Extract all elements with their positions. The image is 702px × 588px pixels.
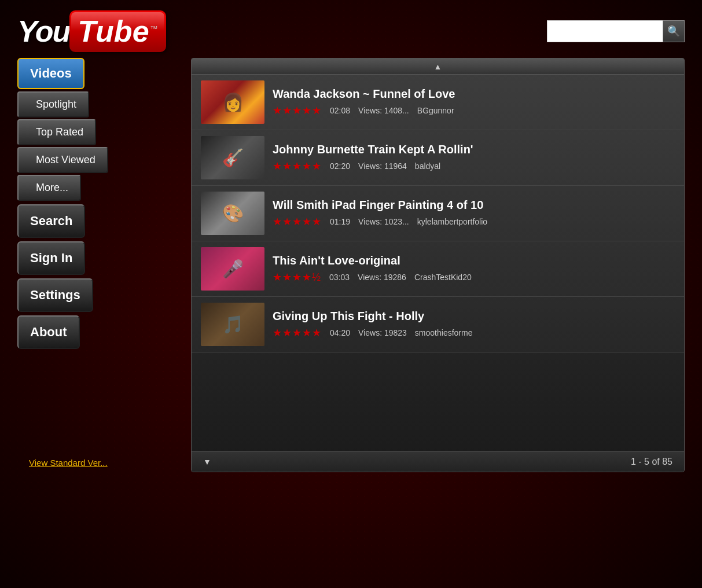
video-stars-2: ★★★★★ <box>273 160 322 172</box>
video-meta-4: ★★★★½ 03:03 Views: 19286 CrashTestKid20 <box>273 271 675 284</box>
video-meta-1: ★★★★★ 02:08 Views: 1408... BGgunnor <box>273 104 675 117</box>
video-views-1: Views: 1408... <box>358 106 409 115</box>
video-title-1: Wanda Jackson ~ Funnel of Love <box>273 87 675 101</box>
video-item-2[interactable]: 🎸 Johnny Burnette Train Kept A Rollin' ★… <box>192 130 684 186</box>
video-info-4: This Ain't Love-original ★★★★½ 03:03 Vie… <box>273 254 675 284</box>
video-item-3[interactable]: 🎨 Will Smith iPad Finger Painting 4 of 1… <box>192 186 684 241</box>
video-stars-4: ★★★★½ <box>273 271 321 284</box>
sidebar-item-about[interactable]: About <box>17 315 80 349</box>
video-title-3: Will Smith iPad Finger Painting 4 of 10 <box>273 199 675 212</box>
video-stars-5: ★★★★★ <box>273 326 322 339</box>
scroll-up-button[interactable]: ▲ <box>192 58 684 75</box>
sidebar-item-videos[interactable]: Videos <box>17 58 84 89</box>
video-info-3: Will Smith iPad Finger Painting 4 of 10 … <box>273 199 675 228</box>
video-item-5[interactable]: 🎵 Giving Up This Fight - Holly ★★★★★ 04:… <box>192 297 684 352</box>
video-duration-4: 03:03 <box>329 273 350 282</box>
view-standard-link[interactable]: View Standard Ver... <box>17 453 185 472</box>
header: You Tube™ 🔍 <box>0 0 702 58</box>
header-search-bar: 🔍 <box>547 20 685 42</box>
video-thumbnail-1: 👩 <box>201 80 264 124</box>
video-title-4: This Ain't Love-original <box>273 254 675 267</box>
sidebar: Videos Spotlight Top Rated Most Viewed M… <box>17 58 185 472</box>
video-uploader-3: kylelambertportfolio <box>417 217 487 226</box>
video-thumbnail-2: 🎸 <box>201 136 264 179</box>
video-thumbnail-4: 🎤 <box>201 247 264 291</box>
video-uploader-2: baldyal <box>415 161 440 171</box>
sidebar-item-most-viewed[interactable]: Most Viewed <box>17 147 108 173</box>
video-panel: ▲ 👩 Wanda Jackson ~ Funnel of Love ★★★★★… <box>191 58 685 472</box>
video-meta-5: ★★★★★ 04:20 Views: 19823 smoothiesforme <box>273 326 675 339</box>
header-search-input[interactable] <box>547 20 663 42</box>
main-layout: Videos Spotlight Top Rated Most Viewed M… <box>17 58 685 472</box>
video-views-4: Views: 19286 <box>358 273 406 282</box>
scroll-bottom-bar: ▼ 1 - 5 of 85 <box>192 451 684 472</box>
scroll-up-icon: ▲ <box>434 62 442 71</box>
video-item-4[interactable]: 🎤 This Ain't Love-original ★★★★½ 03:03 V… <box>192 241 684 297</box>
video-views-5: Views: 19823 <box>358 328 407 337</box>
video-uploader-4: CrashTestKid20 <box>414 273 472 282</box>
logo-you-text: You <box>17 14 69 49</box>
video-title-5: Giving Up This Fight - Holly <box>273 310 675 323</box>
sidebar-item-more[interactable]: More... <box>17 175 81 201</box>
pagination-text: 1 - 5 of 85 <box>631 457 672 467</box>
video-stars-1: ★★★★★ <box>273 104 322 117</box>
video-duration-5: 04:20 <box>330 328 350 337</box>
video-list: 👩 Wanda Jackson ~ Funnel of Love ★★★★★ 0… <box>192 75 684 451</box>
sidebar-item-top-rated[interactable]: Top Rated <box>17 119 96 145</box>
video-duration-3: 01:19 <box>330 217 350 226</box>
video-info-2: Johnny Burnette Train Kept A Rollin' ★★★… <box>273 143 675 172</box>
video-uploader-1: BGgunnor <box>417 106 454 115</box>
thumb-icon-4: 🎤 <box>201 247 264 291</box>
video-thumbnail-3: 🎨 <box>201 192 264 235</box>
video-title-2: Johnny Burnette Train Kept A Rollin' <box>273 143 675 156</box>
youtube-logo: You Tube™ <box>17 10 166 52</box>
logo-tube-text: Tube™ <box>78 14 157 48</box>
scroll-down-button[interactable]: ▼ <box>203 457 211 466</box>
video-duration-1: 02:08 <box>330 106 350 115</box>
video-stars-3: ★★★★★ <box>273 215 322 228</box>
video-item-1[interactable]: 👩 Wanda Jackson ~ Funnel of Love ★★★★★ 0… <box>192 75 684 130</box>
sidebar-item-search[interactable]: Search <box>17 204 85 238</box>
video-info-5: Giving Up This Fight - Holly ★★★★★ 04:20… <box>273 310 675 339</box>
video-info-1: Wanda Jackson ~ Funnel of Love ★★★★★ 02:… <box>273 87 675 117</box>
thumb-icon-1: 👩 <box>201 80 264 124</box>
thumb-icon-3: 🎨 <box>201 192 264 235</box>
video-uploader-5: smoothiesforme <box>415 328 473 337</box>
header-search-button[interactable]: 🔍 <box>663 20 685 42</box>
sidebar-item-spotlight[interactable]: Spotlight <box>17 91 89 117</box>
logo-tube-box: Tube™ <box>69 10 166 52</box>
thumb-icon-2: 🎸 <box>201 136 264 179</box>
video-views-3: Views: 1023... <box>358 217 409 226</box>
video-views-2: Views: 11964 <box>358 161 407 171</box>
video-meta-3: ★★★★★ 01:19 Views: 1023... kylelambertpo… <box>273 215 675 228</box>
video-duration-2: 02:20 <box>330 161 350 171</box>
thumb-icon-5: 🎵 <box>201 303 264 346</box>
video-meta-2: ★★★★★ 02:20 Views: 11964 baldyal <box>273 160 675 172</box>
sidebar-item-sign-in[interactable]: Sign In <box>17 241 85 275</box>
video-thumbnail-5: 🎵 <box>201 303 264 346</box>
sidebar-item-settings[interactable]: Settings <box>17 278 93 312</box>
